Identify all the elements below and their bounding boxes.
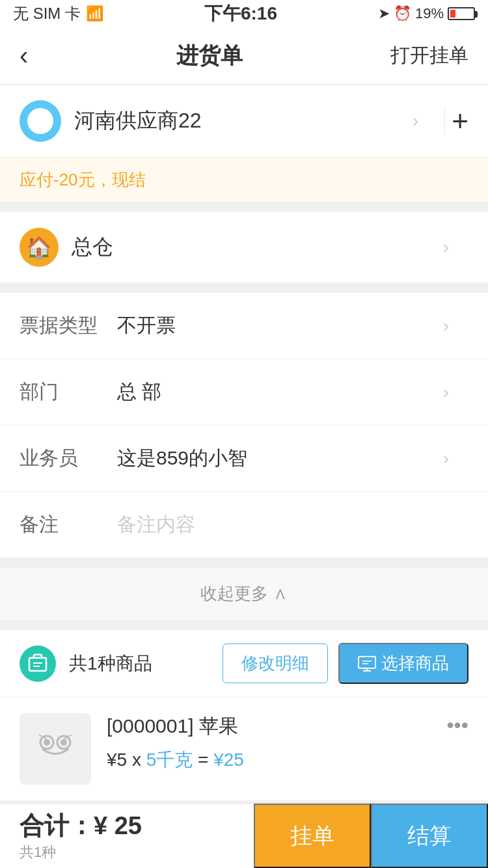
product-info: [0000001] 苹果 ¥5 x 5千克 = ¥25 (107, 713, 446, 772)
staff-label: 业务员 (20, 445, 98, 472)
warehouse-chevron-icon: › (443, 237, 449, 258)
status-bar: 无 SIM 卡 📶 下午6:16 ➤ ⏰ 19% (0, 0, 488, 27)
product-count-text: 共1种商品 (69, 651, 223, 676)
svg-point-11 (61, 739, 67, 746)
checkout-button[interactable]: 结算 (371, 804, 488, 868)
subtotal: ¥25 (213, 750, 244, 770)
supplier-avatar (20, 100, 61, 142)
product-header: 共1种商品 修改明细 选择商品 (0, 630, 488, 698)
product-count-icon (20, 645, 56, 682)
status-right: ➤ ⏰ 19% (378, 5, 475, 22)
add-supplier-button[interactable]: + (452, 107, 468, 135)
product-code: [0000001] (107, 715, 199, 737)
total-section: 合计：¥ 25 共1种 (0, 804, 254, 868)
equals: = (193, 750, 213, 770)
modify-detail-button[interactable]: 修改明细 (223, 644, 328, 683)
product-thumb-icon (33, 723, 78, 776)
staff-chevron-icon: › (443, 448, 449, 469)
dept-chevron-icon: › (443, 382, 449, 403)
remark-label: 备注 (20, 511, 98, 538)
location-icon: ➤ (378, 5, 390, 22)
open-pending-button[interactable]: 打开挂单 (390, 42, 468, 69)
select-product-button[interactable]: 选择商品 (338, 643, 468, 684)
form-section: 票据类型 不开票 › 部门 总 部 › 业务员 这是859的小智 › 备注 备注… (0, 293, 488, 558)
divider (444, 108, 445, 134)
quantity: 5千克 (146, 750, 193, 770)
product-item: [0000001] 苹果 ¥5 x 5千克 = ¥25 ••• (0, 698, 488, 800)
invoice-chevron-icon: › (443, 316, 449, 336)
total-count: 共1种 (20, 843, 234, 862)
main-content: 河南供应商22 › + 应付-20元，现结 🏠 总仓 › 票据类型 不开票 › … (0, 85, 488, 800)
remark-row[interactable]: 备注 备注内容 (0, 492, 488, 558)
staff-row[interactable]: 业务员 这是859的小智 › (0, 426, 488, 492)
avatar-inner (27, 108, 53, 134)
status-left: 无 SIM 卡 📶 (13, 3, 103, 24)
time-display: 下午6:16 (204, 1, 277, 26)
unit-price: ¥5 x (107, 750, 146, 770)
dept-value: 总 部 (117, 379, 443, 405)
dept-label: 部门 (20, 379, 98, 405)
staff-value: 这是859的小智 (117, 445, 443, 472)
alarm-icon: ⏰ (394, 5, 411, 22)
supplier-name[interactable]: 河南供应商22 (74, 107, 413, 135)
select-product-label: 选择商品 (381, 652, 449, 675)
nav-bar: ‹ 进货单 打开挂单 (0, 27, 488, 85)
total-value: ¥ 25 (94, 812, 142, 839)
svg-rect-0 (29, 658, 46, 671)
collapse-row[interactable]: 收起更多 ∧ (0, 568, 488, 619)
supplier-row: 河南供应商22 › + (0, 85, 488, 157)
bottom-bar: 合计：¥ 25 共1种 挂单 结算 (0, 803, 488, 868)
invoice-value: 不开票 (117, 312, 443, 339)
warehouse-section[interactable]: 🏠 总仓 › (0, 212, 488, 282)
wifi-icon: 📶 (86, 5, 103, 22)
carrier-text: 无 SIM 卡 (13, 3, 81, 24)
svg-point-10 (44, 739, 50, 746)
invoice-row[interactable]: 票据类型 不开票 › (0, 293, 488, 359)
product-section: 共1种商品 修改明细 选择商品 (0, 630, 488, 800)
supplier-chevron-icon: › (413, 111, 418, 131)
hang-button[interactable]: 挂单 (254, 804, 371, 868)
product-more-button[interactable]: ••• (446, 713, 468, 737)
product-title: 苹果 (199, 715, 238, 737)
total-label: 合计： (20, 812, 94, 839)
payment-note: 应付-20元，现结 (0, 157, 488, 202)
warehouse-name: 总仓 (72, 233, 443, 262)
product-name: [0000001] 苹果 (107, 713, 446, 740)
total-amount: 合计：¥ 25 (20, 809, 234, 843)
battery-percent: 19% (415, 5, 444, 22)
invoice-label: 票据类型 (20, 312, 98, 339)
svg-rect-3 (359, 657, 375, 668)
remark-input[interactable]: 备注内容 (117, 511, 468, 538)
supplier-section: 河南供应商22 › + 应付-20元，现结 (0, 85, 488, 202)
product-thumbnail (20, 713, 91, 785)
battery-icon (448, 7, 475, 20)
dept-row[interactable]: 部门 总 部 › (0, 359, 488, 426)
page-title: 进货单 (176, 41, 243, 71)
back-button[interactable]: ‹ (20, 41, 28, 70)
product-price: ¥5 x 5千克 = ¥25 (107, 748, 446, 772)
warehouse-icon: 🏠 (20, 228, 59, 267)
